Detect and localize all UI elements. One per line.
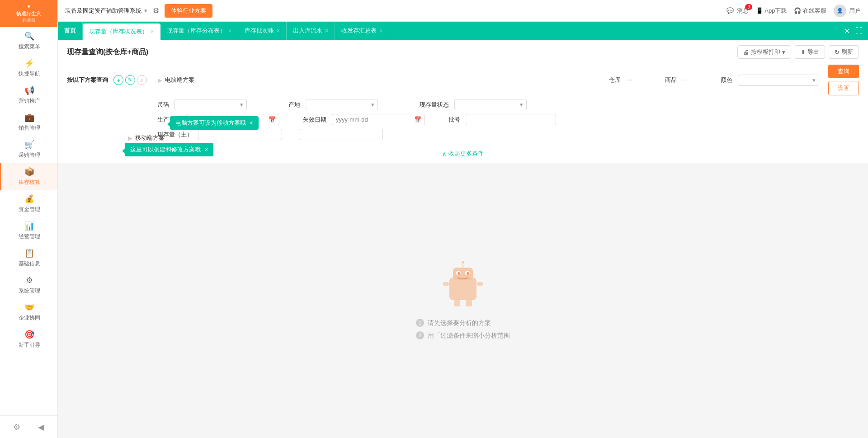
tab-batch[interactable]: 库存批次账 × xyxy=(238,22,287,40)
sidebar: 畅 畅通好生意 标准版 🔍 搜索菜单 ⚡ 快捷导航 📢 营销推广 💼 销售管理 … xyxy=(0,0,58,438)
collapse-sidebar-icon[interactable]: ◀ xyxy=(38,422,44,432)
refresh-button[interactable]: ↻ 刷新 xyxy=(829,45,859,59)
svg-rect-8 xyxy=(443,282,449,286)
scheme-mobile-item[interactable]: ▶ 移动端方案 xyxy=(128,134,165,142)
stock-main-end[interactable] xyxy=(299,129,383,140)
app-download-button[interactable]: 📱 App下载 xyxy=(756,7,787,15)
tab-home-label: 首页 xyxy=(64,27,76,35)
empty-tip-1-text: 请先选择要分析的方案 xyxy=(428,316,491,329)
purchase-icon: 🛒 xyxy=(24,140,34,150)
tab-close-summary[interactable]: × xyxy=(379,28,382,34)
batch-label: 批号 xyxy=(448,116,460,124)
app-subtitle: 标准版 xyxy=(22,17,36,24)
sidebar-item-marketing-label: 营销推广 xyxy=(19,97,40,105)
sidebar-item-finance-label: 资金管理 xyxy=(19,206,40,213)
stock-status-select[interactable] xyxy=(454,99,527,110)
print-button[interactable]: 🖨 按模板打印 ▾ xyxy=(737,45,791,59)
settings-icon[interactable]: ⚙ xyxy=(13,422,20,432)
tooltip-scheme-mobile: 电脑方案可设为移动方案哦 × xyxy=(170,116,259,130)
industry-plan-button[interactable]: 体验行业方案 xyxy=(165,4,212,18)
tab-home[interactable]: 首页 xyxy=(58,22,83,40)
tabs-fullscreen-icon[interactable]: ⛶ xyxy=(854,25,864,37)
scheme-pc-item[interactable]: ▶ 电脑端方案 xyxy=(158,76,194,84)
sidebar-item-inventory[interactable]: 📦 库存核算 xyxy=(0,163,57,190)
tooltip2-close-button[interactable]: × xyxy=(204,146,208,153)
tab-close-inventory-dist[interactable]: × xyxy=(228,28,231,34)
system-icon: ⚙ xyxy=(26,275,33,285)
sidebar-item-marketing[interactable]: 📢 营销推广 xyxy=(0,81,57,108)
sidebar-item-finance[interactable]: 💰 资金管理 xyxy=(0,190,57,217)
sidebar-item-sales[interactable]: 💼 销售管理 xyxy=(0,108,57,136)
reset-button[interactable]: 设置 xyxy=(828,81,859,95)
page-actions: 🖨 按模板打印 ▾ ⬆ 导出 ↻ 刷新 xyxy=(737,45,859,59)
stock-main-start[interactable] xyxy=(198,129,282,140)
sidebar-item-search-label: 搜索菜单 xyxy=(19,43,40,51)
dropdown-icon[interactable]: ▾ xyxy=(144,7,147,14)
quicknav-icon: ⚡ xyxy=(24,58,34,68)
tooltip1-close-button[interactable]: × xyxy=(250,119,253,127)
size-label: 尺码 xyxy=(157,101,169,109)
tab-summary-label: 收发存汇总表 xyxy=(341,27,377,35)
tab-close-flow[interactable]: × xyxy=(325,28,328,34)
size-select[interactable] xyxy=(175,99,247,110)
sidebar-nav: 🔍 搜索菜单 ⚡ 快捷导航 📢 营销推广 💼 销售管理 🛒 采购管理 📦 库存核… xyxy=(0,27,57,415)
color-select[interactable] xyxy=(738,75,819,86)
filter-area: 按以下方案查询 + ✎ « ▶ 电脑端方案 仓库 ··· xyxy=(58,59,868,163)
sidebar-item-cooperation[interactable]: 🤝 企业协同 xyxy=(0,298,57,325)
origin-select[interactable] xyxy=(306,99,378,110)
expire-date-start[interactable] xyxy=(332,114,425,125)
online-service-button[interactable]: 🎧 在线客服 xyxy=(794,7,826,15)
sidebar-item-guide[interactable]: 🎯 新手引导 xyxy=(0,325,57,353)
goods-dots[interactable]: ··· xyxy=(682,76,688,84)
marketing-icon: 📢 xyxy=(24,85,34,95)
tab-close-batch[interactable]: × xyxy=(277,28,280,34)
system-name: 装备及固定资产辅助管理系统 xyxy=(65,7,142,15)
avatar: 👤 xyxy=(834,5,846,17)
sidebar-item-system[interactable]: ⚙ 系统管理 xyxy=(0,271,57,298)
gear-icon[interactable]: ⚙ xyxy=(153,6,159,15)
add-scheme-button[interactable]: + xyxy=(113,75,123,85)
basic-info-icon: 📋 xyxy=(24,248,34,258)
sidebar-item-purchase-label: 采购管理 xyxy=(19,151,40,159)
warehouse-dots[interactable]: ··· xyxy=(626,76,632,84)
svg-point-13 xyxy=(462,261,464,264)
goods-label: 商品 xyxy=(665,76,677,84)
size-select-wrap xyxy=(175,99,247,110)
mobile-icon: 📱 xyxy=(756,7,763,14)
logo-icon: 畅 xyxy=(21,4,37,9)
scheme-expand-icon: ▶ xyxy=(158,77,162,84)
export-button[interactable]: ⬆ 导出 xyxy=(795,45,825,59)
svg-rect-11 xyxy=(466,299,472,306)
filter-row-2: 尺码 产地 现存量状态 xyxy=(67,99,859,110)
cooperation-icon: 🤝 xyxy=(24,302,34,312)
sidebar-item-quicknav[interactable]: ⚡ 快捷导航 xyxy=(0,54,57,81)
sidebar-item-inventory-label: 库存核算 xyxy=(19,179,40,186)
tabs-close-all-icon[interactable]: ✕ xyxy=(842,25,852,37)
query-button[interactable]: 查询 xyxy=(828,65,859,78)
back-scheme-button[interactable]: « xyxy=(137,75,147,85)
tab-inventory-distribution[interactable]: 现存量（库存分布表） × xyxy=(160,22,238,40)
collapse-button[interactable]: ∧ 收起更多条件 xyxy=(439,148,487,160)
dot-indicator-1 xyxy=(170,121,174,126)
print-icon: 🖨 xyxy=(743,49,749,56)
message-icon: 💬 xyxy=(726,7,734,14)
stock-status-label: 现存量状态 xyxy=(420,101,449,109)
sidebar-item-basic-info[interactable]: 📋 基础信息 xyxy=(0,244,57,271)
calendar-icon-2: 📅 xyxy=(414,116,421,123)
sidebar-item-purchase[interactable]: 🛒 采购管理 xyxy=(0,136,57,163)
user-area[interactable]: 👤 用户 xyxy=(834,5,861,17)
expire-date-start-wrap: 📅 xyxy=(332,114,425,125)
tab-close-inventory-status[interactable]: × xyxy=(151,28,154,35)
tab-inventory-status[interactable]: 现存量（库存状况表） × xyxy=(83,24,160,40)
tab-summary[interactable]: 收发存汇总表 × xyxy=(335,22,389,40)
empty-tip-1: 1 请先选择要分析的方案 xyxy=(416,316,510,329)
edit-scheme-button[interactable]: ✎ xyxy=(125,75,135,85)
messages-button[interactable]: 💬 9 消息 xyxy=(726,7,749,15)
sidebar-item-operations[interactable]: 📊 经营管理 xyxy=(0,217,57,244)
system-selector: 装备及固定资产辅助管理系统 ▾ xyxy=(65,7,147,15)
warehouse-label: 仓库 xyxy=(609,76,621,84)
tab-flow[interactable]: 出入库流水 × xyxy=(287,22,335,40)
sidebar-item-system-label: 系统管理 xyxy=(19,287,40,295)
sidebar-item-search[interactable]: 🔍 搜索菜单 xyxy=(0,27,57,54)
batch-input[interactable] xyxy=(466,114,556,125)
